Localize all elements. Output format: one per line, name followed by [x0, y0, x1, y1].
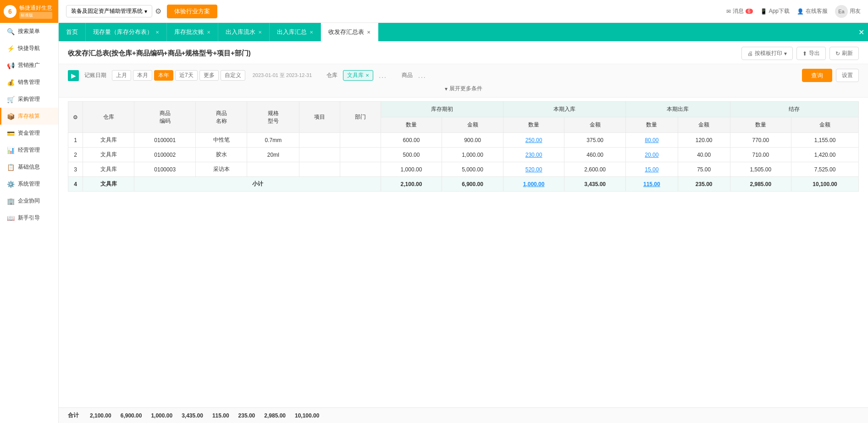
sidebar-item-inventory[interactable]: 📦库存核算 [0, 108, 58, 125]
sidebar-item-finance[interactable]: 💳资金管理 [0, 125, 58, 142]
cell-out-qty[interactable]: 15.00 [625, 162, 678, 177]
tab-bar-close-icon[interactable]: ✕ [858, 28, 864, 37]
logo-icon: 6 [4, 5, 17, 18]
sidebar-item-label: 库存核算 [18, 112, 40, 120]
cell-out-qty[interactable]: 20.00 [625, 148, 678, 162]
app-download-item[interactable]: 📱 App下载 [760, 7, 790, 15]
sidebar-item-operations[interactable]: 📊经营管理 [0, 142, 58, 159]
sidebar-item-search[interactable]: 🔍搜索菜单 [0, 23, 58, 40]
date-btn-上月[interactable]: 上月 [112, 70, 131, 81]
tab-inout-summary[interactable]: 出入库汇总✕ [270, 23, 321, 41]
cell-closing-qty: 710.00 [730, 148, 791, 162]
message-item[interactable]: ✉ 消息 6 [726, 7, 753, 15]
search-button[interactable]: 查询 [802, 69, 832, 82]
sidebar-item-quick-nav[interactable]: ⚡快捷导航 [0, 40, 58, 57]
cell-closing-qty: 770.00 [730, 133, 791, 148]
cell-out-qty[interactable]: 80.00 [625, 133, 678, 148]
finance-icon: 💳 [7, 130, 14, 137]
expand-filter-button[interactable]: ▾ 展开更多条件 [445, 85, 482, 93]
cell-opening-amt: 1,000.00 [442, 148, 503, 162]
col-in-qty-header: 数量 [503, 117, 564, 133]
cell-in-qty[interactable]: 230.00 [503, 148, 564, 162]
tab-inventory-dist[interactable]: 现存量（库存分布表）✕ [86, 23, 167, 41]
tab-label-home: 首页 [66, 28, 78, 36]
tab-close-inout-flow[interactable]: ✕ [258, 30, 262, 35]
warehouse-dots[interactable]: ... [379, 72, 387, 79]
subtotal-in-amt: 3,435.00 [564, 177, 626, 192]
inventory-icon: 📦 [7, 113, 14, 120]
warehouse-tag[interactable]: 文具库 ✕ [343, 70, 373, 81]
export-button[interactable]: ⬆ 导出 [796, 47, 826, 60]
tab-home[interactable]: 首页 [59, 23, 86, 41]
cell-goods-name: 中性笔 [195, 133, 247, 148]
logo-area: 6 畅捷通好生意 标准版 [0, 0, 58, 23]
system-selector[interactable]: 装备及固定资产辅助管理系统 ▾ ⚙ [66, 5, 161, 17]
cell-opening-qty: 600.00 [381, 133, 442, 148]
subtotal-closing-amt: 10,100.00 [791, 177, 859, 192]
sidebar-item-label: 销售管理 [18, 78, 40, 86]
col-settings-header[interactable]: ⚙ [68, 102, 83, 133]
user-item[interactable]: Ea 用友 [835, 5, 861, 18]
tab-close-inout-summary[interactable]: ✕ [310, 30, 313, 35]
cell-goods-code: 0100002 [134, 148, 196, 162]
filter-toggle-button[interactable]: ▶ [68, 70, 79, 81]
try-industry-button[interactable]: 体验行业方案 [167, 5, 217, 18]
sidebar-item-marketing[interactable]: 📢营销推广 [0, 57, 58, 74]
sidebar-item-label: 采购管理 [18, 95, 40, 103]
col-goods-name-header: 商品名称 [195, 102, 247, 133]
marketing-icon: 📢 [7, 62, 14, 69]
goods-dots[interactable]: ... [418, 72, 426, 79]
sidebar-item-guide[interactable]: 📖新手引导 [0, 209, 58, 226]
warehouse-tag-close[interactable]: ✕ [365, 73, 369, 78]
date-label: 记账日期 [84, 71, 106, 79]
system-icon: ⚙️ [7, 181, 14, 188]
cell-opening-amt: 5,000.00 [442, 162, 503, 177]
sidebar-item-basic-info[interactable]: 📋基础信息 [0, 159, 58, 176]
sidebar-item-label: 新手引导 [18, 214, 40, 222]
tab-inout-flow[interactable]: 出入库流水✕ [218, 23, 270, 41]
online-service-item[interactable]: 👤 在线客服 [797, 7, 828, 15]
date-btn-近7天[interactable]: 近7天 [175, 70, 198, 81]
message-icon: ✉ [726, 8, 731, 15]
filter-settings-button[interactable]: 设置 [836, 69, 859, 82]
settings-icon[interactable]: ⚙ [155, 7, 161, 16]
date-btn-本年[interactable]: 本年 [154, 70, 173, 81]
cell-goods-spec: 0.7mm [247, 133, 299, 148]
tab-stock-summary[interactable]: 收发存汇总表✕ [321, 23, 378, 41]
system-select-dropdown[interactable]: 装备及固定资产辅助管理系统 ▾ [66, 5, 152, 17]
sidebar-item-sales[interactable]: 💰销售管理 [0, 74, 58, 91]
cell-in-qty[interactable]: 250.00 [503, 133, 564, 148]
subtotal-out-qty[interactable]: 115.00 [625, 177, 678, 192]
col-closing-qty-header: 数量 [730, 117, 791, 133]
cell-goods-name: 采访本 [195, 162, 247, 177]
col-project-header: 项目 [299, 102, 340, 133]
refresh-button[interactable]: ↻ 刷新 [829, 47, 859, 60]
date-btn-更多[interactable]: 更多 [199, 70, 219, 81]
sidebar-item-system[interactable]: ⚙️系统管理 [0, 176, 58, 192]
sidebar-item-purchase[interactable]: 🛒采购管理 [0, 91, 58, 108]
subtotal-no: 4 [68, 177, 83, 192]
date-btn-本月[interactable]: 本月 [133, 70, 152, 81]
date-btn-自定义[interactable]: 自定义 [221, 70, 245, 81]
cell-in-qty[interactable]: 520.00 [503, 162, 564, 177]
subtotal-in-qty[interactable]: 1,000.00 [503, 177, 564, 192]
chevron-down-icon: ▾ [445, 86, 448, 92]
sidebar-item-label: 经营管理 [18, 146, 40, 154]
cell-no: 3 [68, 162, 83, 177]
content-area: 收发存汇总表(按仓库+商品编码+商品+规格型号+项目+部门) 🖨 按模板打印 ▾… [59, 41, 868, 407]
total-label: 合计 [68, 412, 79, 419]
print-button[interactable]: 🖨 按模板打印 ▾ [741, 47, 793, 60]
tab-close-batch[interactable]: ✕ [207, 30, 210, 35]
tab-batch[interactable]: 库存批次账✕ [167, 23, 218, 41]
enterprise-icon: 🏢 [7, 198, 14, 205]
cell-project [299, 133, 340, 148]
col-settings-icon[interactable]: ⚙ [73, 114, 78, 121]
basic-info-icon: 📋 [7, 164, 14, 171]
sidebar-item-enterprise[interactable]: 🏢企业协同 [0, 192, 58, 209]
bottom-bar: 合计 2,100.00 6,900.00 1,000.00 3,435.00 1… [59, 407, 868, 423]
tab-close-stock-summary[interactable]: ✕ [367, 30, 370, 35]
tab-label-stock-summary: 收发存汇总表 [328, 28, 364, 36]
cell-out-amt: 120.00 [678, 133, 730, 148]
tab-close-inventory-dist[interactable]: ✕ [155, 30, 159, 35]
search-icon: 🔍 [7, 28, 14, 35]
